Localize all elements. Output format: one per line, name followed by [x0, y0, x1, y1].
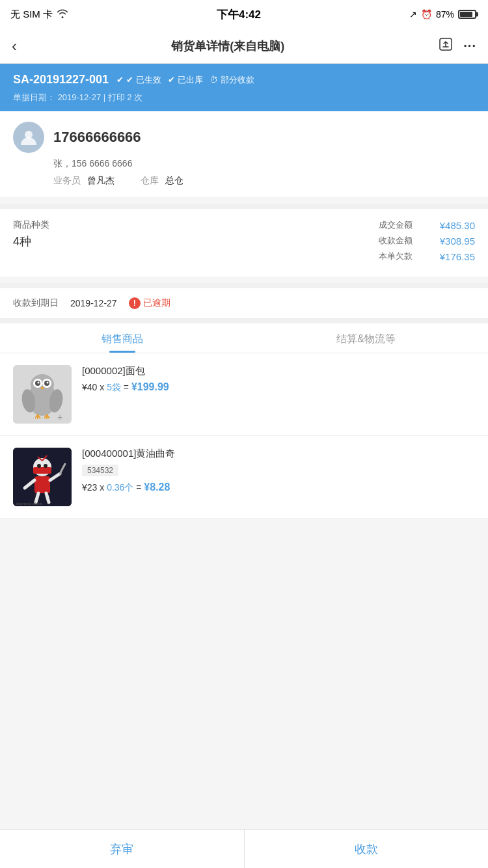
product-info: [000400001]黄油曲奇 534532 ¥23 x 0.36个 = ¥8.… [82, 448, 475, 494]
receipt-amount-row: 收款金额 ¥308.95 [379, 235, 475, 247]
product-price: ¥40 x 5袋 = ¥199.99 [82, 381, 475, 394]
product-type-label: 商品种类 [13, 219, 49, 231]
product-thumbnail: diamond whole [13, 448, 72, 506]
customer-row: 17666666666 [13, 122, 475, 153]
clock-icon: ⏱ [210, 75, 218, 85]
check-icon2: ✔ [168, 75, 175, 85]
back-button[interactable]: ‹ [12, 37, 17, 55]
svg-text:diamond whole: diamond whole [16, 502, 43, 506]
warehouse-info: 仓库 总仓 [141, 175, 183, 187]
due-section: 收款到期日 2019-12-27 ! 已逾期 [0, 288, 488, 318]
products-list: + [0000002]面包 ¥40 x 5袋 = ¥199.99 [0, 353, 488, 519]
svg-text:+: + [57, 412, 62, 422]
receipt-amount-value: ¥308.95 [423, 236, 475, 247]
status-left: 无 SIM 卡 [10, 8, 68, 21]
svg-point-9 [38, 382, 40, 384]
customer-section: 17666666666 张，156 6666 6666 业务员 曾凡杰 仓库 总… [0, 111, 488, 197]
deal-amount-label: 成交金额 [379, 219, 413, 231]
collect-button[interactable]: 收款 [245, 830, 489, 868]
overdue-icon: ! [129, 297, 141, 309]
page-title: 销货单详情(来自电脑) [171, 38, 284, 54]
wifi-icon [57, 9, 68, 20]
divider1 [0, 204, 488, 209]
order-meta: 单据日期： 2019-12-27 | 打印 2 次 [13, 92, 475, 103]
avatar [13, 122, 44, 153]
divider3 [0, 318, 488, 323]
status-time: 下午4:42 [217, 7, 261, 22]
bottom-bar: 弃审 收款 [0, 829, 488, 868]
customer-name: 17666666666 [53, 129, 141, 146]
customer-detail: 张，156 6666 6666 [53, 158, 475, 170]
check-icon: ✔ [116, 75, 124, 85]
order-number: SA-20191227-001 [13, 73, 109, 87]
badge-shipped: ✔ 已出库 [168, 74, 203, 86]
product-info: [0000002]面包 ¥40 x 5袋 = ¥199.99 [82, 365, 475, 394]
more-button[interactable]: ··· [463, 38, 476, 53]
warehouse-label: 仓库 [141, 175, 159, 185]
list-item: diamond whole [000400001]黄油曲奇 534532 ¥23… [0, 436, 488, 519]
product-name: [000400001]黄油曲奇 [82, 448, 475, 460]
summary-right: 成交金额 ¥485.30 收款金额 ¥308.95 本单欠款 ¥176.35 [379, 219, 475, 266]
product-name: [0000002]面包 [82, 365, 475, 377]
share-button[interactable] [439, 37, 453, 55]
nav-bar: ‹ 销货单详情(来自电脑) ··· [0, 29, 488, 64]
customer-staff: 业务员 曾凡杰 仓库 总仓 [53, 175, 475, 187]
deal-amount-row: 成交金额 ¥485.30 [379, 219, 475, 231]
product-thumbnail: + [13, 365, 72, 424]
list-item: + [0000002]面包 ¥40 x 5袋 = ¥199.99 [0, 353, 488, 436]
svg-point-25 [44, 464, 47, 468]
location-icon: ↗ [409, 9, 417, 20]
overdue-badge: ! 已逾期 [129, 297, 170, 309]
staff-name: 曾凡杰 [87, 175, 115, 185]
due-date: 2019-12-27 [70, 298, 117, 308]
divider2 [0, 283, 488, 288]
badge-partial: ⏱ 部分收款 [210, 74, 254, 86]
status-right: ↗ ⏰ 87% [409, 9, 478, 20]
status-bar: 无 SIM 卡 下午4:42 ↗ ⏰ 87% [0, 0, 488, 29]
carrier-text: 无 SIM 卡 [10, 8, 53, 21]
product-price: ¥23 x 0.36个 = ¥8.28 [82, 481, 475, 494]
svg-point-10 [47, 382, 49, 384]
staff-label: 业务员 [53, 175, 81, 185]
debt-amount-value: ¥176.35 [423, 251, 475, 262]
order-banner: SA-20191227-001 ✔ ✔ 已生效 ✔ 已出库 ⏱ 部分收款 单据日… [0, 64, 488, 111]
warehouse-name: 总仓 [165, 175, 183, 185]
deal-amount-value: ¥485.30 [423, 220, 475, 231]
receipt-amount-label: 收款金额 [379, 235, 413, 247]
debt-amount-row: 本单欠款 ¥176.35 [379, 251, 475, 262]
staff-info: 业务员 曾凡杰 [53, 175, 115, 187]
tab-sales-products[interactable]: 销售商品 [0, 323, 244, 353]
tabs-bar: 销售商品 结算&物流等 [0, 323, 488, 353]
svg-rect-26 [34, 476, 50, 493]
battery-percent: 87% [436, 9, 454, 20]
badge-effective: ✔ ✔ 已生效 [116, 74, 161, 86]
summary-left: 商品种类 4种 [13, 219, 49, 249]
tab-settlement[interactable]: 结算&物流等 [244, 323, 488, 353]
battery-icon [458, 10, 478, 19]
product-tag: 534532 [82, 465, 118, 476]
svg-rect-23 [33, 467, 51, 474]
svg-point-24 [37, 464, 41, 468]
product-type-value: 4种 [13, 234, 49, 249]
debt-amount-label: 本单欠款 [379, 251, 413, 262]
bottom-spacer [0, 519, 488, 558]
nav-actions: ··· [439, 37, 476, 55]
cancel-button[interactable]: 弃审 [0, 830, 245, 868]
overdue-label: 已逾期 [143, 297, 170, 309]
due-label: 收款到期日 [13, 297, 59, 309]
summary-section: 商品种类 4种 成交金额 ¥485.30 收款金额 ¥308.95 本单欠款 ¥… [0, 209, 488, 277]
order-badges: ✔ ✔ 已生效 ✔ 已出库 ⏱ 部分收款 [116, 74, 254, 86]
alarm-icon: ⏰ [421, 9, 432, 20]
